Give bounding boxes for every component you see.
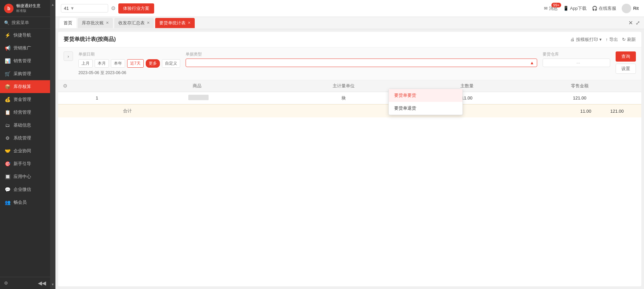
table-row: 1 块 11.00 121.00 [58,92,641,104]
restore-tab-button[interactable]: ⤢ [636,20,640,26]
sidebar-item-sales[interactable]: 📊 销售管理 [0,54,50,67]
sidebar-scroll[interactable]: ▲ ▼ [50,0,55,289]
topbar-gear-icon[interactable]: ⚙ [111,5,116,12]
user-name: Rit [633,6,639,11]
app-download-button[interactable]: 📱 App下载 [563,5,587,12]
main-area: 41 ▼ ⚙ 体验行业方案 ✉ 消息 99+ 📱 App下载 🎧 在线客服 R [55,0,644,289]
sidebar-collapse-button[interactable]: ◀◀ [38,280,46,286]
date-filter-group: 单据日期 上月 本月 本年 近7天 更多 自定义 2023-05-06 至 20… [78,51,180,76]
trial-industry-button[interactable]: 体验行业方案 [118,3,154,14]
sidebar-item-system[interactable]: ⚙ 系统管理 [0,132,50,144]
service-icon: 🎧 [592,6,597,11]
dropdown-item-order-goods[interactable]: 要货单要货 [389,89,462,102]
tab-receive-summary[interactable]: 收发存汇总表 ✕ [114,18,154,28]
type-input-field[interactable] [189,60,530,65]
sidebar-footer: ⚙ ◀◀ [0,277,50,289]
sidebar-item-purchase[interactable]: 🛒 采购管理 [0,67,50,80]
more-button[interactable]: 更多 [146,59,160,68]
sidebar-settings-icon[interactable]: ⚙ [4,281,8,286]
quick-nav-icon: ⚡ [4,32,11,38]
print-arrow-icon: ▾ [599,37,602,42]
sidebar-item-finance[interactable]: 💰 资金管理 [0,93,50,106]
sidebar-item-quick-nav[interactable]: ⚡ 快捷导航 [0,29,50,42]
sidebar-item-guide[interactable]: 🎯 新手引导 [0,157,50,170]
sidebar-item-inventory[interactable]: 📦 库存核算 [0,80,50,93]
tab-home-label: 首页 [64,20,72,26]
col-product: 商品 [122,80,271,92]
template-print-button[interactable]: 🖨 按模板打印 ▾ [570,37,602,43]
refresh-button[interactable]: ↻ 刷新 [622,37,636,43]
company-selector[interactable]: 41 ▼ [61,4,108,13]
tab-close-icon[interactable]: ✕ [147,21,150,25]
filter-actions: 查询 设置 [616,51,636,74]
sidebar-search[interactable]: 🔍 搜索菜单 [0,17,50,29]
basic-icon: 🗂 [4,123,11,128]
row-product-cell [122,92,271,104]
date-filter-row: 上月 本月 本年 近7天 更多 自定义 [78,59,180,68]
purchase-icon: 🛒 [4,71,11,76]
sidebar-item-label: 资金管理 [14,96,46,103]
col-settings[interactable]: ⚙ [58,80,72,92]
tab-inventory-batch[interactable]: 库存批次账 ✕ [78,18,113,28]
message-icon: ✉ [544,6,548,11]
sidebar-item-appstore[interactable]: 🔲 应用中心 [0,170,50,183]
tab-label: 要货单统计表 [159,20,186,26]
messages-button[interactable]: ✉ 消息 99+ [544,5,558,12]
warehouse-filter-label: 要货仓库 [543,51,610,57]
dropdown-item-order-return[interactable]: 要货单退货 [389,102,462,115]
warehouse-filter-group: 要货仓库 ··· [543,51,610,67]
online-service-button[interactable]: 🎧 在线客服 [592,5,616,12]
last-month-button[interactable]: 上月 [78,59,93,68]
tab-close-icon[interactable]: ✕ [188,21,191,25]
page-header: 要货单统计表(按商品) 🖨 按模板打印 ▾ ↑ 导出 ↻ 刷新 [58,32,641,47]
sidebar-item-operations[interactable]: 📋 经营管理 [0,106,50,119]
product-placeholder [188,95,209,100]
avatar [622,4,631,13]
scroll-down-icon: ▼ [51,283,54,286]
last-7days-button[interactable]: 近7天 [127,59,144,68]
user-profile[interactable]: Rit [622,4,639,13]
tab-order-summary[interactable]: 要货单统计表 ✕ [155,18,195,28]
sidebar-item-label: 营销推广 [14,45,46,51]
topbar-right: ✉ 消息 99+ 📱 App下载 🎧 在线客服 Rit [544,4,639,13]
type-chevron-up-icon[interactable]: ▲ [530,60,534,65]
custom-date-button[interactable]: 自定义 [162,59,180,68]
wechat-icon: 💬 [4,187,11,192]
warehouse-more-icon[interactable]: ··· [576,60,607,65]
tab-home[interactable]: 首页 [59,18,76,28]
sidebar-item-enterprise[interactable]: 🤝 企业协同 [0,144,50,157]
query-button[interactable]: 查询 [616,51,636,62]
sidebar-item-label: 畅会员 [14,199,46,205]
sidebar-item-marketing[interactable]: 📢 营销推广 [0,42,50,54]
tab-label: 收发存汇总表 [118,20,145,26]
settings-button[interactable]: 设置 [616,64,636,74]
sidebar-item-label: 企业微信 [14,186,46,193]
summary-amount: 121.00 [610,109,637,114]
this-month-button[interactable]: 本月 [95,59,109,68]
sidebar-item-label: 采购管理 [14,71,46,77]
app-logo: b 畅捷通好生意 标准版 [0,0,50,17]
warehouse-filter-input[interactable]: ··· [543,59,610,67]
selector-arrow-icon: ▼ [70,6,74,11]
tab-close-icon[interactable]: ✕ [106,21,109,25]
sidebar-item-basic[interactable]: 🗂 基础信息 [0,119,50,132]
export-button[interactable]: ↑ 导出 [606,37,618,43]
table-settings-icon[interactable]: ⚙ [63,83,67,89]
summary-quantity: 11.00 [578,109,605,114]
sales-icon: 📊 [4,58,11,64]
template-print-label: 按模板打印 [576,37,598,43]
logo-icon: b [4,4,14,13]
refresh-icon: ↻ [622,37,626,42]
tab-label: 库存批次账 [82,20,104,26]
sidebar-item-wechat[interactable]: 💬 企业微信 [0,183,50,196]
system-icon: ⚙ [4,135,11,141]
print-icon: 🖨 [570,37,575,42]
row-num-cell: 1 [72,92,122,104]
filter-expand-button[interactable]: › [64,51,73,61]
members-icon: 👥 [4,200,11,205]
close-tab-button[interactable]: ✕ [628,20,633,26]
table-container: ⚙ 商品 主计量单位 主数量 零售金额 1 [58,80,641,104]
type-filter-input[interactable]: ▲ [186,59,537,67]
this-year-button[interactable]: 本年 [111,59,125,68]
sidebar-item-members[interactable]: 👥 畅会员 [0,196,50,209]
